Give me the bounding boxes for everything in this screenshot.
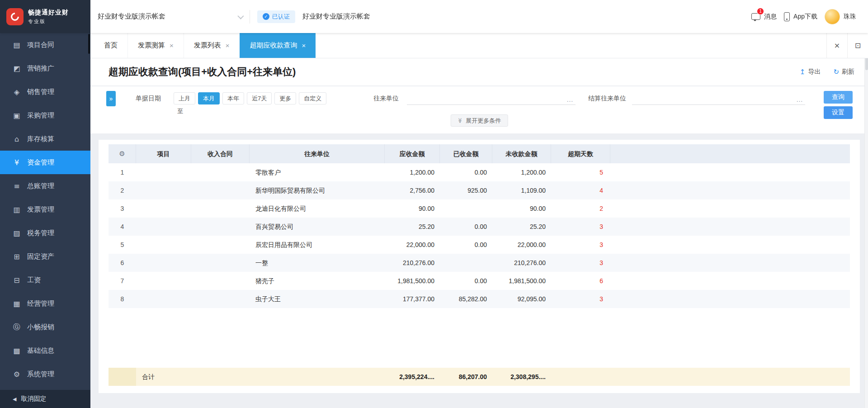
partner-input[interactable]: … bbox=[407, 93, 576, 105]
cell-project bbox=[136, 218, 191, 236]
settings-button[interactable]: 设置 bbox=[824, 106, 853, 119]
close-tab-icon[interactable]: × bbox=[170, 42, 174, 49]
cell-filler bbox=[610, 181, 850, 199]
cell-filler bbox=[610, 218, 850, 236]
funds-icon: ¥ bbox=[12, 158, 21, 167]
messages-button[interactable]: 1 消息 bbox=[751, 13, 777, 21]
account-selector[interactable]: 好业财专业版演示帐套 bbox=[98, 12, 242, 21]
cell-received: 0.00 bbox=[440, 272, 492, 290]
column-header: 未收款金额 bbox=[492, 144, 551, 163]
table-header-row: ⚙ 项目收入合同往来单位应收金额已收金额未收款金额超期天数 bbox=[108, 144, 850, 163]
total-unreceived: 2,308,295.... bbox=[492, 368, 551, 386]
cell-received: 0.00 bbox=[440, 236, 492, 254]
sidebar-item-baseinfo[interactable]: ▩基础信息 bbox=[0, 339, 90, 362]
table-row[interactable]: 7猪壳子1,981,500.000.001,981,500.006 bbox=[108, 272, 850, 290]
results-table: ⚙ 项目收入合同往来单位应收金额已收金额未收款金额超期天数 1零散客户1,200… bbox=[99, 140, 860, 393]
cell-unreceived: 210,276.00 bbox=[492, 254, 551, 272]
table-row[interactable]: 2新华明国际贸易有限公司2,756.00925.001,109.004 bbox=[108, 181, 850, 199]
settle-partner-input[interactable]: … bbox=[632, 93, 805, 105]
tabs: 首页发票测算×发票列表×超期应收款查询× bbox=[94, 33, 316, 58]
sidebar-item-purchase[interactable]: ▣采购管理 bbox=[0, 104, 90, 127]
tab-3[interactable]: 超期应收款查询× bbox=[240, 33, 316, 58]
table-row[interactable]: 4百兴贸易公司25.200.0025.203 bbox=[108, 218, 850, 236]
close-tab-icon[interactable]: × bbox=[302, 42, 306, 49]
search-button[interactable]: 查询 bbox=[824, 91, 853, 104]
fullscreen-icon[interactable]: ⊡ bbox=[847, 33, 868, 58]
sidebar-item-label: 系统管理 bbox=[27, 370, 54, 379]
user-menu[interactable]: 珠珠 bbox=[825, 9, 856, 24]
expand-more-button[interactable]: ≫ 展开更多条件 bbox=[451, 114, 508, 127]
sidebar-item-sales[interactable]: ◈销售管理 bbox=[0, 80, 90, 104]
cell-received: 85,282.00 bbox=[440, 290, 492, 308]
sidebar-item-contract[interactable]: ▤项目合同 bbox=[0, 33, 90, 57]
cell-unreceived: 90.00 bbox=[492, 199, 551, 218]
cell-receivable: 2,756.00 bbox=[385, 181, 440, 199]
column-settings-gear-icon[interactable]: ⚙ bbox=[119, 150, 125, 158]
tab-1[interactable]: 发票测算× bbox=[127, 33, 184, 58]
avatar bbox=[825, 9, 840, 24]
close-tab-icon[interactable]: × bbox=[226, 42, 230, 49]
page-scrollbar[interactable] bbox=[864, 33, 868, 408]
sidebar-item-invoice[interactable]: ▥发票管理 bbox=[0, 198, 90, 221]
sidebar-item-funds[interactable]: ¥资金管理 bbox=[0, 151, 90, 174]
sidebar-scrollbar-thumb[interactable] bbox=[88, 34, 90, 54]
sidebar-item-reimburse[interactable]: Ⓖ小畅报销 bbox=[0, 315, 90, 339]
sidebar-item-label: 销售管理 bbox=[27, 88, 54, 96]
sidebar-nav: ▤项目合同◩营销推广◈销售管理▣采购管理⌂库存核算¥资金管理≡总账管理▥发票管理… bbox=[0, 33, 90, 390]
cell-overdue-days: 6 bbox=[551, 272, 610, 290]
date-option[interactable]: 自定义 bbox=[299, 92, 326, 104]
cell-contract bbox=[191, 272, 250, 290]
close-all-tabs-icon[interactable]: × bbox=[826, 33, 847, 58]
date-option[interactable]: 更多 bbox=[274, 92, 296, 104]
row-number: 4 bbox=[108, 218, 136, 236]
tab-label: 首页 bbox=[104, 41, 118, 50]
date-option[interactable]: 近7天 bbox=[247, 92, 272, 104]
table-row[interactable]: 1零散客户1,200.000.001,200.005 bbox=[108, 163, 850, 181]
sidebar-item-label: 库存核算 bbox=[27, 135, 54, 143]
settle-partner-picker-icon[interactable]: … bbox=[796, 95, 803, 103]
tab-label: 发票列表 bbox=[194, 41, 221, 50]
tab-2[interactable]: 发票列表× bbox=[184, 33, 240, 58]
sidebar-item-inventory[interactable]: ⌂库存核算 bbox=[0, 127, 90, 151]
table-row[interactable]: 6一整210,276.00210,276.003 bbox=[108, 254, 850, 272]
tab-0[interactable]: 首页 bbox=[94, 33, 127, 58]
cell-overdue-days: 3 bbox=[551, 218, 610, 236]
partner-picker-icon[interactable]: … bbox=[566, 95, 574, 103]
tab-label: 超期应收款查询 bbox=[250, 41, 297, 50]
sidebar-item-operation[interactable]: ▦经营管理 bbox=[0, 292, 90, 315]
cell-contract bbox=[191, 163, 250, 181]
cell-partner: 一整 bbox=[250, 254, 385, 272]
refresh-button[interactable]: ↻ 刷新 bbox=[833, 68, 854, 76]
sidebar-item-label: 工资 bbox=[27, 276, 41, 285]
cell-partner: 新华明国际贸易有限公司 bbox=[250, 181, 385, 199]
sidebar-item-marketing[interactable]: ◩营销推广 bbox=[0, 57, 90, 80]
cell-project bbox=[136, 290, 191, 308]
row-number: 6 bbox=[108, 254, 136, 272]
date-option[interactable]: 本年 bbox=[222, 92, 244, 104]
cell-receivable: 210,276.00 bbox=[385, 254, 440, 272]
sidebar-item-ledger[interactable]: ≡总账管理 bbox=[0, 174, 90, 198]
cell-project bbox=[136, 254, 191, 272]
table-row[interactable]: 8虫子大王177,377.0085,282.0092,095.003 bbox=[108, 290, 850, 308]
app-download-button[interactable]: App下载 bbox=[784, 12, 817, 21]
sidebar-item-assets[interactable]: ⊞固定资产 bbox=[0, 245, 90, 268]
cell-overdue-days: 3 bbox=[551, 290, 610, 308]
collapse-filter-button[interactable]: » bbox=[106, 91, 116, 106]
cell-partner: 百兴贸易公司 bbox=[250, 218, 385, 236]
date-option[interactable]: 上月 bbox=[174, 92, 195, 104]
cell-overdue-days: 3 bbox=[551, 236, 610, 254]
sidebar-item-system[interactable]: ⚙系统管理 bbox=[0, 362, 90, 386]
table-row[interactable]: 5辰宏日用品有限公司22,000.000.0022,000.003 bbox=[108, 236, 850, 254]
brand-name: 畅捷通好业财 bbox=[28, 9, 69, 17]
payroll-icon: ⊟ bbox=[12, 276, 21, 285]
unpin-button[interactable]: ◀ 取消固定 bbox=[0, 390, 90, 408]
row-number: 8 bbox=[108, 290, 136, 308]
export-button[interactable]: ↥ 导出 bbox=[800, 68, 821, 76]
sidebar-item-tax[interactable]: ▨税务管理 bbox=[0, 221, 90, 245]
table-row[interactable]: 3龙迪日化有限公司90.0090.002 bbox=[108, 199, 850, 218]
date-option[interactable]: 本月 bbox=[198, 92, 220, 104]
export-icon: ↥ bbox=[800, 68, 806, 76]
cell-partner: 猪壳子 bbox=[250, 272, 385, 290]
ledger-icon: ≡ bbox=[12, 182, 21, 190]
sidebar-item-payroll[interactable]: ⊟工资 bbox=[0, 268, 90, 292]
